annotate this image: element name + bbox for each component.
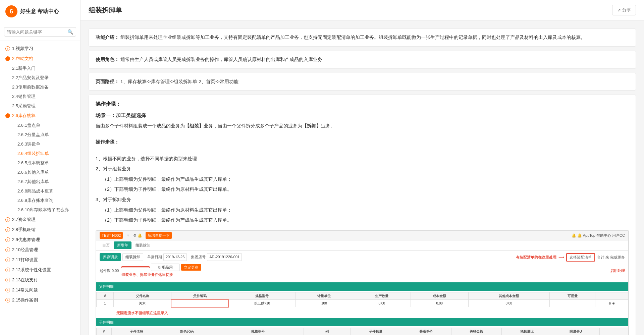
ss-annotation3: 启用处理 — [610, 268, 625, 274]
ss-t2-col-spec: 规格型号 — [212, 328, 304, 335]
main-content: 组装拆卸单 ↗ 分享 功能介绍： 组装拆卸单用来处理企业组装或拆卸等加工业务，支… — [80, 0, 644, 335]
sidebar-item-2-5[interactable]: 2.5采购管理 — [0, 101, 80, 111]
ss-annotation1: 有装配清单的在这里处理 — [516, 254, 556, 261]
plus-icon-2-8: + — [5, 227, 10, 232]
ss-cell-spec: 以以以>10 — [229, 300, 295, 307]
sidebar-item-2-6-2[interactable]: 2.6.2分量盘点单 — [0, 130, 80, 139]
sidebar-item-2-1[interactable]: 2.1新手入门 — [0, 64, 80, 73]
ss-table1-header-bar: 父件明细 — [96, 282, 628, 291]
ss-t2-col-seq: # — [97, 328, 112, 335]
step3: 3、对于拆卸业务 — [96, 195, 629, 204]
share-button[interactable]: ↗ 分享 — [612, 5, 636, 15]
plus-icon-2-10: + — [5, 247, 10, 252]
ss-t2-col-type: 别 — [304, 328, 351, 335]
ss-cell-seq: 1 — [97, 300, 114, 307]
plus-icon-2-15: + — [5, 298, 10, 302]
ss-cell-avail — [549, 300, 595, 307]
sidebar-item-2-2[interactable]: 2.2产品安装及登录 — [0, 73, 80, 82]
ss-num-label: 起件数 0.00 — [100, 268, 119, 274]
sidebar-label-2-12: 2.12系统个性化设置 — [12, 267, 51, 273]
sidebar-item-2-6-5[interactable]: 2.6.5成本调整单 — [0, 158, 80, 168]
sidebar-item-2-9[interactable]: + 2.9优惠券管理 — [0, 235, 80, 245]
ss-col-avail: 可用量 — [549, 292, 595, 300]
ss-col-othercost: 其他成本金额 — [468, 292, 549, 300]
sidebar-label-2-9: 2.9优惠券管理 — [12, 237, 40, 243]
logo-icon: 6 — [5, 5, 17, 17]
sidebar-label-2-8: 2.8手机旺铺 — [12, 227, 36, 233]
steps-intro: 操作步骤： — [96, 138, 629, 146]
sidebar-item-2-3[interactable]: 2.3使用前数据准备 — [0, 82, 80, 92]
plus-icon-2-12: + — [5, 268, 10, 272]
sidebar-item-2-6-8[interactable]: 2.6.8商品成本重算 — [0, 186, 80, 196]
sidebar-item-2-10[interactable]: + 2.10经营管理 — [0, 245, 80, 255]
logo-area: 6 好生意 帮助中心 — [0, 0, 80, 23]
minus-icon-2-6: − — [5, 113, 10, 118]
ss-topbar-icons: ⚙ 🔔 — [133, 232, 142, 239]
sidebar-item-2-8[interactable]: + 2.8手机旺铺 — [0, 225, 80, 235]
sidebar-item-2-6-10[interactable]: 2.6.10库存账本错了怎么办 — [0, 205, 80, 215]
sidebar-item-2-6-7[interactable]: 2.6.7其他出库单 — [0, 177, 80, 186]
ss-col-unit: 计量单位 — [295, 292, 353, 300]
sidebar-item-2-12[interactable]: + 2.12系统个性化设置 — [0, 265, 80, 275]
ss-arrow1: ⟶ — [558, 254, 564, 261]
search-input[interactable] — [7, 30, 67, 35]
ss-doc-value: AD-20191226-001 — [207, 253, 242, 261]
sidebar-item-2-11[interactable]: + 2.11打印设置 — [0, 255, 80, 265]
ss-cell-action: ⊕ ⊗ — [595, 300, 628, 307]
screenshot-image: TEST-H002 ▼ ⚙ 🔔 新增单据一下 🔔 🔔 AppTop 帮助中心 用… — [96, 230, 629, 335]
ss-cell-pcode — [171, 300, 229, 307]
plus-icon-2-13: + — [5, 278, 10, 282]
ss-field-highlighted — [121, 266, 150, 268]
sidebar-item-2-4[interactable]: 2.4销售管理 — [0, 92, 80, 101]
sidebar-item-2[interactable]: − 2.帮助文档 — [0, 54, 80, 64]
path-label: 页面路径： — [96, 79, 119, 84]
step2-1: （1）上部明细为父件明细，最终作为产成品生成其它入库单； — [96, 175, 629, 184]
path-text: 1、库存核算->库存管理->组装拆卸单 2、首页->常用功能 — [120, 79, 238, 84]
table-row: 1 关木 以以以>10 100 0.00 0.00 0.00 ⊕ ⊗ — [97, 300, 628, 307]
sidebar-item-2-15[interactable]: + 2.15操作案例 — [0, 295, 80, 305]
plus-icon-2-9: + — [5, 237, 10, 242]
operations-block: 操作步骤： 场景一：加工类型选择 当由多个子件材料组装成一个成品的业务为【组装】… — [89, 95, 636, 335]
step3-2: （2）下部明细为子件明细，最终作为产成品生成其它入库单。 — [96, 216, 629, 225]
ss-topbar-sep: ▼ — [126, 232, 130, 239]
sidebar-item-2-6-6[interactable]: 2.6.6其他入库单 — [0, 168, 80, 177]
sidebar-label-2-11: 2.11打印设置 — [12, 257, 38, 263]
ss-table2-wrapper: # 子件名称 款色尺码 规格型号 别 子件数量 关联单价 关联金额 税数量比 — [96, 326, 628, 335]
ss-form-area: 库存调拨 组装拆卸 单据日期 2019-12-26 集团店号 AD-201912… — [96, 250, 628, 282]
ss-table1-header-text: 父件明细 — [99, 283, 114, 290]
page-title: 组装拆卸单 — [89, 6, 122, 15]
sidebar-item-2-6-1[interactable]: 2.6.1盘点单 — [0, 121, 80, 130]
sidebar-item-2-6-3[interactable]: 2.6.3调拨单 — [0, 139, 80, 149]
sidebar-item-2-13[interactable]: + 2.13在线支付 — [0, 275, 80, 285]
sidebar-label-2-14: 2.14常见问题 — [12, 287, 38, 293]
plus-icon-2-14: + — [5, 288, 10, 292]
ss-annotation5: 无固定流水不但组装在这里录入 — [116, 311, 168, 315]
sidebar-item-2-14[interactable]: + 2.14常见问题 — [0, 285, 80, 295]
sidebar-item-2-6-9[interactable]: 2.6.9库存账本查询 — [0, 196, 80, 205]
ss-t2-col-amount: 关联金额 — [451, 328, 501, 335]
ss-form-tab1: 库存调拨 — [100, 253, 121, 261]
sidebar-item-1[interactable]: + 1.视频学习 — [0, 44, 80, 54]
ss-annotation2: 组装业务、拆卸业务在这里切换 — [121, 272, 173, 278]
feature-intro-text: 组装拆卸单用来处理企业组装或拆卸等加工业务，支持有固定装配清单的产品加工业务，也… — [120, 35, 585, 40]
ss-field2: 折现品用 — [151, 264, 180, 271]
sidebar-item-2-6-4[interactable]: 2.6.4组装拆卸单 — [0, 149, 80, 158]
steps-text: 1、根据不同的业务，选择不同单据的类型来处理 2、对于组装业务 （1）上部明细为… — [96, 154, 629, 225]
ss-col-spec: 规格型号 — [229, 292, 295, 300]
search-box[interactable]: 🔍 — [4, 27, 76, 37]
ss-form-tab2: 组装拆卸 — [122, 253, 143, 261]
sidebar-item-2-6[interactable]: − 2.6库存核算 — [0, 111, 80, 121]
role-block: 使用角色： 通常由生产人员或库管人员完成拆装业务的操作，库管人员确认原材料的出库… — [89, 51, 636, 69]
sidebar-label-2-10: 2.10经营管理 — [12, 247, 38, 253]
nav-list: + 1.视频学习 − 2.帮助文档 2.1新手入门 2.2产品安装及登录 2.3… — [0, 41, 80, 335]
step2: 2、对于组装业务 — [96, 164, 629, 173]
ss-table1-wrapper: # 父件名称 父件编码 规格型号 计量单位 生产数量 成本金额 其他成本金额 可… — [96, 291, 628, 308]
ss-t2-col-color: 款色尺码 — [162, 328, 212, 335]
ss-t2-col-qty: 子件数量 — [351, 328, 401, 335]
feature-intro-label: 功能介绍： — [96, 35, 119, 40]
sidebar-item-2-7[interactable]: + 2.7资金管理 — [0, 215, 80, 225]
plus-icon-2-7: + — [5, 217, 10, 222]
search-icon[interactable]: 🔍 — [67, 29, 73, 35]
ss-tab-active: 新增单 — [114, 241, 131, 249]
ss-t2-col-name: 子件名称 — [111, 328, 162, 335]
